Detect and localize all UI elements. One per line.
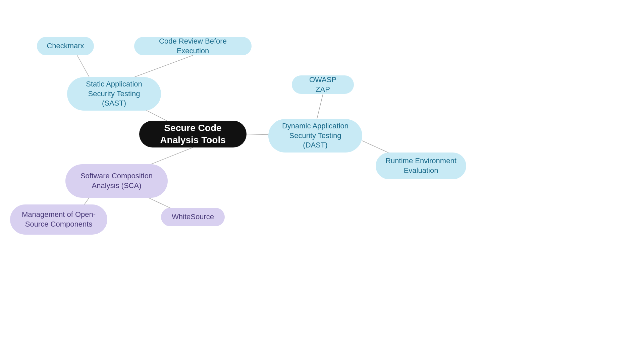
owasp-node: OWASP ZAP bbox=[292, 75, 354, 94]
codereview-node: Code Review Before Execution bbox=[134, 37, 252, 55]
dast-node: Dynamic Application Security Testing (DA… bbox=[268, 119, 362, 153]
center-node: Secure Code Analysis Tools bbox=[139, 121, 247, 147]
runtime-node: Runtime Environment Evaluation bbox=[376, 153, 466, 179]
management-node: Management of Open-Source Components bbox=[10, 204, 107, 235]
sast-node: Static Application Security Testing (SAS… bbox=[67, 77, 161, 111]
checkmarx-node: Checkmarx bbox=[37, 37, 94, 55]
whitesource-node: WhiteSource bbox=[161, 208, 225, 226]
sca-node: Software Composition Analysis (SCA) bbox=[65, 164, 168, 198]
